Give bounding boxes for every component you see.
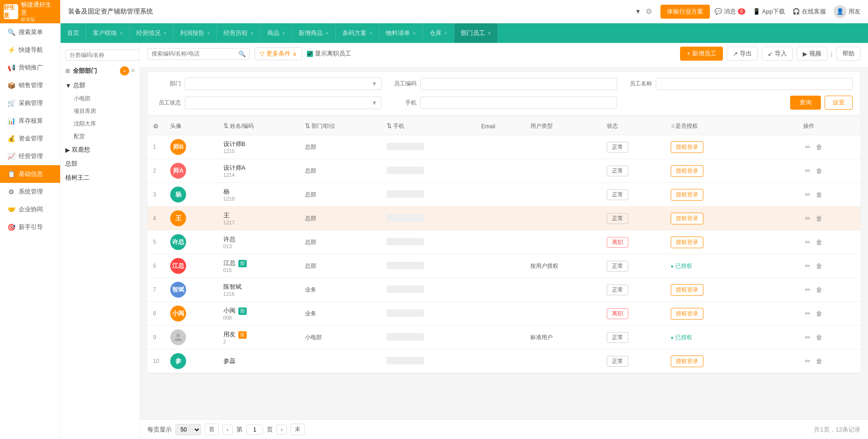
- tab-warehouse-close[interactable]: ×: [444, 30, 447, 36]
- tab-history-close[interactable]: ×: [250, 30, 253, 36]
- messages-button[interactable]: 💬 消息 6: [715, 7, 745, 16]
- query-button[interactable]: 查询: [790, 96, 821, 110]
- tab-employees-close[interactable]: ×: [488, 30, 491, 36]
- help-button[interactable]: 帮助: [836, 47, 861, 61]
- trial-button[interactable]: 体验行业方案: [660, 5, 710, 19]
- sidebar-item-search[interactable]: 🔍 搜索菜单: [0, 23, 60, 41]
- sidebar-item-system[interactable]: ⚙ 系统管理: [0, 183, 60, 201]
- tab-home[interactable]: 首页: [61, 23, 86, 43]
- sidebar-item-sales[interactable]: 📦 销售管理: [0, 77, 60, 94]
- tab-goods-close[interactable]: ×: [282, 30, 285, 36]
- auth-button[interactable]: 授权登录: [671, 284, 703, 296]
- auth-button[interactable]: 授权登录: [671, 165, 703, 177]
- tree-group-shuanglu[interactable]: ▶ 双鹿想: [61, 143, 139, 157]
- sidebar-item-marketing[interactable]: 📢 营销推广: [0, 59, 60, 77]
- delete-button[interactable]: 🗑: [814, 309, 824, 318]
- sidebar-item-inventory[interactable]: 📊 库存核算: [0, 112, 60, 130]
- first-page-button[interactable]: 首: [205, 424, 219, 435]
- per-page-select[interactable]: 50 100: [175, 424, 201, 435]
- tab-profit-close[interactable]: ×: [207, 30, 210, 36]
- set-button[interactable]: 设置: [825, 96, 853, 110]
- tab-business-close[interactable]: ×: [163, 30, 166, 36]
- user-menu[interactable]: 👤 用友: [833, 5, 861, 18]
- delete-button[interactable]: 🗑: [814, 333, 824, 342]
- tab-business[interactable]: 经营情况 ×: [130, 23, 173, 43]
- auth-button[interactable]: 授权登录: [671, 237, 703, 248]
- dept-select[interactable]: ▼: [185, 77, 382, 90]
- delete-button[interactable]: 🗑: [814, 356, 824, 366]
- export-button[interactable]: ↗ 导出: [727, 47, 758, 61]
- tab-history[interactable]: 经营历程 ×: [217, 23, 260, 43]
- edit-button[interactable]: ✏: [803, 214, 812, 223]
- tab-bom-close[interactable]: ×: [413, 30, 416, 36]
- col-settings[interactable]: ⚙: [147, 118, 165, 135]
- tree-group-zhishu[interactable]: 植树王二: [61, 171, 139, 185]
- edit-button[interactable]: ✏: [803, 333, 812, 342]
- delete-button[interactable]: 🗑: [814, 142, 824, 152]
- last-page-button[interactable]: 末: [291, 424, 305, 435]
- tab-employees[interactable]: 部门员工 ×: [454, 23, 498, 43]
- tree-item-project[interactable]: 项目库房: [61, 105, 139, 118]
- col-dept[interactable]: ⇅ 部门/职位: [299, 118, 381, 135]
- sidebar-item-basics[interactable]: 📋 基础信息: [0, 165, 60, 183]
- tree-group-zongbu[interactable]: 总部: [61, 157, 139, 171]
- edit-button[interactable]: ✏: [803, 261, 812, 271]
- search-icon[interactable]: 🔍: [238, 50, 246, 57]
- tab-bom[interactable]: 物料清单 ×: [379, 23, 423, 43]
- tree-search-input[interactable]: [65, 49, 140, 61]
- tree-item-shenyang[interactable]: 沈阳大库: [61, 118, 139, 130]
- sidebar-item-finance[interactable]: 💰 资金管理: [0, 130, 60, 147]
- add-employee-button[interactable]: + 新增员工: [680, 47, 722, 61]
- edit-button[interactable]: ✏: [803, 237, 812, 247]
- delete-button[interactable]: 🗑: [814, 214, 824, 223]
- tab-addgoods[interactable]: 新增商品 ×: [292, 23, 335, 43]
- tree-group-headquarters[interactable]: ▼ 总部: [61, 78, 139, 92]
- auth-button[interactable]: 授权登录: [671, 308, 703, 320]
- emp-status-select[interactable]: ▼: [185, 97, 382, 109]
- auth-button[interactable]: 授权登录: [671, 189, 703, 201]
- edit-button[interactable]: ✏: [803, 309, 812, 318]
- next-page-button[interactable]: ›: [277, 425, 287, 435]
- auth-button[interactable]: 授权登录: [671, 213, 703, 224]
- auth-button[interactable]: 授权登录: [671, 141, 703, 153]
- delete-button[interactable]: 🗑: [814, 190, 824, 199]
- edit-button[interactable]: ✏: [803, 190, 812, 199]
- delete-button[interactable]: 🗑: [814, 261, 824, 271]
- more-filters-button[interactable]: ▽ 更多条件 ∧: [255, 47, 302, 60]
- tab-customer-close[interactable]: ×: [120, 30, 123, 36]
- show-resigned-checkbox[interactable]: 显示离职员工: [307, 49, 351, 58]
- settings-icon[interactable]: ⚙: [646, 7, 652, 16]
- delete-button[interactable]: 🗑: [814, 285, 824, 294]
- edit-button[interactable]: ✏: [803, 285, 812, 294]
- tab-goods[interactable]: 商品 ×: [261, 23, 292, 43]
- tab-barcode[interactable]: 条码方案 ×: [336, 23, 379, 43]
- edit-button[interactable]: ✏: [803, 142, 812, 152]
- phone-input[interactable]: [420, 97, 617, 109]
- col-phone[interactable]: ⇅ 手机: [381, 118, 476, 135]
- tab-profit[interactable]: 利润报告 ×: [174, 23, 217, 43]
- edit-button[interactable]: ✏: [803, 356, 812, 366]
- sidebar-item-operations[interactable]: 📈 经营管理: [0, 147, 60, 165]
- sidebar-item-purchase[interactable]: 🛒 采购管理: [0, 94, 60, 112]
- emp-name-input[interactable]: [656, 78, 853, 90]
- tab-barcode-close[interactable]: ×: [369, 30, 372, 36]
- delete-button[interactable]: 🗑: [814, 166, 824, 175]
- sidebar-item-guide[interactable]: 🎯 新手引导: [0, 218, 60, 236]
- online-service-button[interactable]: 🎧 在线客服: [792, 7, 826, 16]
- col-name[interactable]: ⇅ 姓名/编码: [218, 118, 299, 135]
- prev-page-button[interactable]: ‹: [222, 425, 233, 435]
- sidebar-item-collab[interactable]: 🤝 企业协同: [0, 201, 60, 218]
- tree-add-btn[interactable]: +: [120, 66, 129, 76]
- tab-customer[interactable]: 客户联络 ×: [86, 23, 130, 43]
- tab-addgoods-close[interactable]: ×: [326, 30, 328, 36]
- video-button[interactable]: ▶ 视频: [797, 47, 827, 61]
- app-download-button[interactable]: 📱 App下载: [753, 7, 785, 16]
- auth-button[interactable]: 授权登录: [671, 355, 703, 367]
- tree-collapse-btn[interactable]: »: [131, 66, 135, 76]
- tree-item-distribution[interactable]: 配货: [61, 130, 139, 143]
- page-number-input[interactable]: [246, 425, 263, 435]
- show-resigned-input[interactable]: [307, 51, 313, 57]
- tab-warehouse[interactable]: 仓库 ×: [423, 23, 454, 43]
- search-input[interactable]: [152, 50, 236, 57]
- delete-button[interactable]: 🗑: [814, 237, 824, 247]
